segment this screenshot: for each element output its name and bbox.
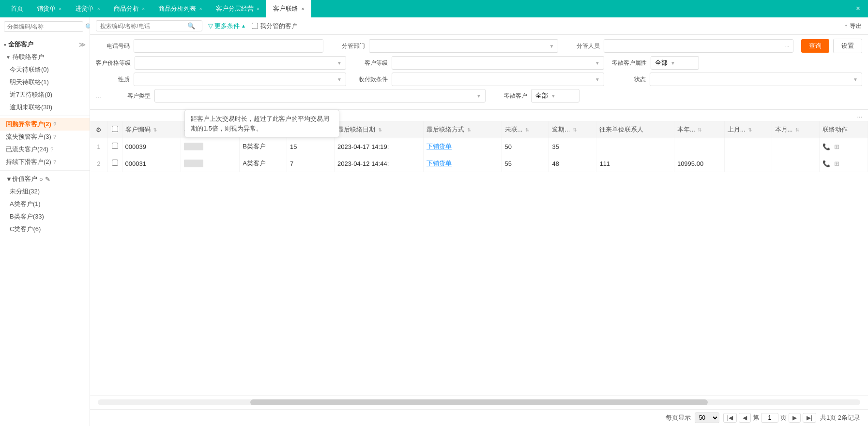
scrollbar-track[interactable] [98,399,860,405]
filter-bar: 🔍 ▽ 更多条件 ▲ 我分管的客户 ↑ 导出 [90,17,868,35]
sidebar-item-lost-warning[interactable]: 流失预警客户(3) ? [0,131,90,143]
customer-level-select[interactable]: ▼ [392,56,604,70]
action-phone-icon-1[interactable]: 📞 [822,160,830,167]
date-sort-icon: ⇅ [378,127,382,132]
sidebar-collapse-icon[interactable]: ≫ [79,41,86,48]
sidebar-item-overdue[interactable]: 逾期未联络(30) [0,101,90,114]
sidebar-item-tomorrow[interactable]: 明天待联络(1) [0,76,90,88]
customer-type-select[interactable]: ▼ [154,89,486,103]
nav-customer-tier[interactable]: 客户分层经营 × [209,0,266,17]
sidebar-item-a-class[interactable]: A类客户(1) [0,198,90,210]
nav-close-purchase[interactable]: × [97,6,100,12]
all-customers-icon: ▪ [4,41,6,48]
next-page-button[interactable]: ▶ [789,413,801,423]
export-button[interactable]: ↑ 导出 [845,22,863,30]
lost-help-icon[interactable]: ? [53,134,56,140]
col-last-month-header[interactable]: 上月... ⇅ [724,121,772,138]
zero-customer-select[interactable]: 全部 ▼ [531,89,579,103]
nav-customer-contact[interactable]: 客户联络 × [266,0,311,17]
action-more-icon-1[interactable]: ⊞ [834,160,839,167]
sidebar-item-ungroup[interactable]: 未分组(32) [0,185,90,198]
cell-action-1[interactable]: 📞 ⊞ [819,155,868,172]
cell-checkbox-1[interactable] [107,155,122,172]
first-page-button[interactable]: |◀ [723,413,737,423]
nav-product-analysis-list[interactable]: 商品分析列表 × [152,0,209,17]
status-chevron-icon: ▼ [853,77,858,82]
last-page-button[interactable]: ▶| [803,413,816,423]
query-button[interactable]: 查询 [801,39,829,53]
person-select[interactable]: ··· [604,39,793,53]
sidebar-item-7days[interactable]: 近7天待联络(0) [0,88,90,101]
zero-retail-attr-select[interactable]: 全部 ▼ [651,56,699,70]
col-code-header[interactable]: 客户编码 ⇅ [122,121,181,138]
select-all-checkbox[interactable] [112,126,118,132]
col-not-contacted-header[interactable]: 未联... ⇅ [502,121,549,138]
nav-close-product-analysis[interactable]: × [142,6,145,12]
action-more-icon-0[interactable]: ⊞ [834,143,839,150]
col-last-date-header[interactable]: 最后联络日期 ⇅ [335,121,424,138]
sidebar-item-repurchase[interactable]: 回购异常客户(2) ? [0,118,90,131]
nav-close-product-list[interactable]: × [199,6,202,12]
col-settings[interactable]: ⚙ [90,121,107,138]
nav-purchase-order[interactable]: 进货单 × [68,0,107,17]
my-customer-check[interactable]: 我分管的客户 [252,22,298,30]
scrollbar-thumb[interactable] [250,399,708,405]
sidebar-item-c-class[interactable]: C类客户(6) [0,223,90,235]
col-this-month-header[interactable]: 本月... ⇅ [772,121,819,138]
sidebar-item-today[interactable]: 今天待联络(0) [0,63,90,76]
main-search-input[interactable] [100,23,187,29]
all-customers-header[interactable]: ▪ 全部客户 ≫ [0,36,90,51]
filter-zero-customer: 零散客户 全部 ▼ [493,89,862,103]
nav-close-tier[interactable]: × [257,6,259,12]
nav-home[interactable]: 首页 [4,0,30,17]
nav-close-sales[interactable]: × [59,6,61,12]
pending-group[interactable]: ▼ 待联络客户 [0,51,90,63]
action-phone-icon-0[interactable]: 📞 [822,143,830,150]
sidebar-search-input[interactable] [4,21,83,32]
nav-product-analysis[interactable]: 商品分析 × [107,0,152,17]
col-this-year-header[interactable]: 本年... ⇅ [674,121,724,138]
col-last-method-header[interactable]: 最后联络方式 ⇅ [424,121,502,138]
sidebar-item-b-class[interactable]: B类客户(33) [0,210,90,223]
sidebar-item-already-lost[interactable]: 已流失客户(24) ? [0,143,90,156]
declining-help-icon[interactable]: ? [53,159,56,165]
status-select[interactable]: ▼ [650,73,862,86]
prev-page-button[interactable]: ◀ [739,413,751,423]
filter-price-level: 客户价格等级 ▼ [96,56,346,70]
value-edit-icon[interactable]: ✎ [45,176,50,183]
col-overdue-header[interactable]: 逾期... ⇅ [549,121,596,138]
my-customer-checkbox[interactable] [252,23,258,29]
window-close-button[interactable]: × [852,4,864,13]
repurchase-help-icon[interactable]: ? [53,121,57,127]
cell-this-month-0 [772,138,819,155]
already-lost-help-icon[interactable]: ? [50,147,53,152]
more-conditions-button[interactable]: ▽ 更多条件 ▲ [208,22,246,30]
cell-last-method-0[interactable]: 下销货单 [424,138,502,155]
value-customer-group[interactable]: ▼ 价值客户 ○ ✎ [0,173,90,185]
cell-action-0[interactable]: 📞 ⊞ [819,138,868,155]
cell-code-0: 000039 [122,138,181,155]
page-number-input[interactable] [761,413,778,423]
per-page-select[interactable]: 50 100 200 [695,412,719,423]
horizontal-scrollbar[interactable] [90,395,868,409]
tooltip-ellipsis[interactable]: ... [857,112,862,119]
sidebar-item-declining[interactable]: 持续下滑客户(2) ? [0,156,90,168]
sidebar-search-icon[interactable]: 🔍 [85,23,90,30]
payment-select[interactable]: ▼ [392,73,604,86]
department-select[interactable]: ▼ [369,39,559,53]
nav-close-contact[interactable]: × [301,6,304,12]
nav-sales-order[interactable]: 销货单 × [30,0,68,17]
row-checkbox-0[interactable] [112,143,118,149]
main-search-icon[interactable]: 🔍 [187,22,195,29]
row-checkbox-1[interactable] [112,160,118,166]
overdue-sort-icon: ⇅ [573,127,577,132]
phone-input[interactable] [134,39,323,53]
price-level-select[interactable]: ▼ [135,56,346,70]
cell-last-method-1[interactable]: 下销货单 [424,155,502,172]
setting-button[interactable]: 设置 [833,39,862,53]
gender-select[interactable]: ▼ [134,73,346,86]
cell-checkbox-0[interactable] [107,138,122,155]
col-checkbox-header[interactable] [107,121,122,138]
value-check-icon[interactable]: ○ [39,176,43,183]
cell-name-0 [181,138,239,155]
